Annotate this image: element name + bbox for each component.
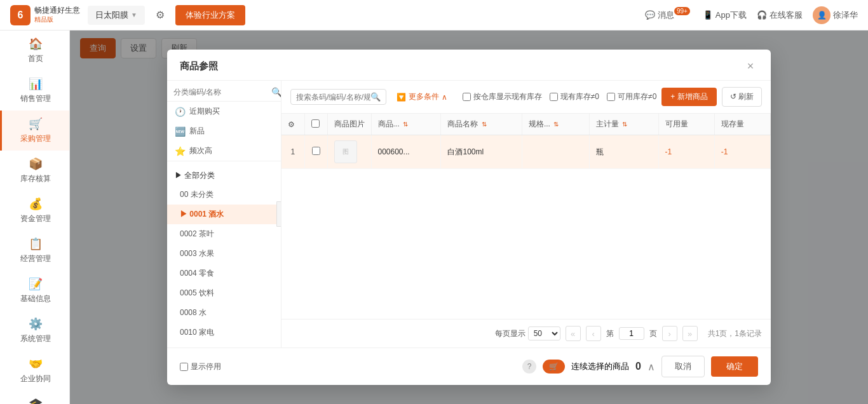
next-page-button[interactable]: ›	[662, 326, 677, 341]
th-name[interactable]: 商品名称 ⇅	[441, 114, 522, 135]
modal-close-button[interactable]: ×	[743, 58, 758, 74]
table-row[interactable]: 1 图	[281, 135, 771, 169]
app-download-item[interactable]: 📱 App下载	[703, 10, 747, 21]
frequent-item[interactable]: ⭐ 频次高	[167, 141, 281, 161]
current-stock-check-input[interactable]	[550, 93, 558, 101]
page-size-select: 每页显示 50 10 20 100	[495, 327, 560, 340]
fold-icon[interactable]: ∧	[648, 361, 655, 373]
unit-sort-icon: ⇅	[622, 121, 627, 128]
page-suffix: 页	[649, 328, 657, 339]
all-categories-item[interactable]: ▶ 全部分类	[167, 166, 281, 185]
refresh-button[interactable]: ↺ 刷新	[722, 87, 762, 107]
user-avatar-area[interactable]: 👤 徐泽华	[813, 6, 858, 24]
category-item-0002[interactable]: 0002 茶叶	[167, 224, 281, 244]
product-search-input[interactable]	[296, 93, 370, 102]
sidebar-label-enterprise: 企业协同	[20, 374, 51, 384]
category-label-00: 00 未分类	[180, 190, 214, 199]
help-icon[interactable]: ?	[522, 360, 536, 374]
category-item-00[interactable]: 00 未分类	[167, 185, 281, 205]
row-spec	[522, 135, 589, 169]
show-disabled-checkbox[interactable]: 显示停用	[180, 361, 221, 372]
sidebar-item-home[interactable]: 🏠 首页	[0, 30, 69, 71]
message-nav-item[interactable]: 💬 消息 99+	[645, 10, 693, 21]
page-size-dropdown[interactable]: 50 10 20 100	[528, 327, 560, 340]
th-unit[interactable]: 主计量 ⇅	[589, 114, 658, 135]
sidebar-item-finance[interactable]: 💰 资金管理	[0, 191, 69, 231]
category-label-0004: 0004 零食	[180, 269, 214, 278]
available-stock-check-input[interactable]	[607, 93, 615, 101]
sidebar-item-basics[interactable]: 📝 基础信息	[0, 271, 69, 311]
sidebar-item-enterprise[interactable]: 🤝 企业协同	[0, 351, 69, 391]
sidebar-item-operations[interactable]: 📋 经营管理	[0, 231, 69, 271]
filter-icon: 🔽	[397, 93, 406, 102]
th-spec[interactable]: 规格... ⇅	[522, 114, 589, 135]
th-settings[interactable]: ⚙	[281, 114, 304, 135]
row-select-checkbox[interactable]	[312, 147, 320, 155]
code-sort-icon: ⇅	[403, 121, 408, 128]
help-icon-area[interactable]: ?	[522, 360, 536, 374]
category-item-0008[interactable]: 0008 水	[167, 303, 281, 323]
sidebar-label-inventory: 库存核算	[20, 173, 51, 184]
settings-icon[interactable]: ⚙	[150, 5, 170, 25]
category-item-0004[interactable]: 0004 零食	[167, 264, 281, 283]
current-stock-checkbox[interactable]: 现有库存≠0	[550, 91, 599, 102]
sidebar-item-system[interactable]: ⚙️ 系统管理	[0, 311, 69, 351]
confirm-button[interactable]: 确定	[711, 356, 758, 377]
collapse-panel-button[interactable]: 《	[276, 201, 281, 227]
basics-icon: 📝	[29, 277, 43, 291]
show-disabled-check-input[interactable]	[180, 363, 188, 371]
recent-items: 🕐 近期购买 🆕 新品 ⭐ 频次高	[167, 102, 281, 161]
logo-text-area: 畅捷通好生意 精品版	[34, 6, 80, 25]
prev-page-button[interactable]: ‹	[586, 326, 601, 341]
last-page-button[interactable]: »	[682, 326, 698, 341]
image-placeholder: 图	[342, 147, 349, 156]
add-product-button[interactable]: + 新增商品	[661, 88, 716, 106]
show-stock-label: 按仓库显示现有库存	[473, 91, 542, 102]
th-image: 商品图片	[327, 114, 371, 135]
show-stock-check-input[interactable]	[463, 93, 471, 101]
sidebar-label-purchase: 采购管理	[20, 133, 51, 144]
product-table-area: ⚙ 商品图片 商品...	[281, 114, 771, 319]
new-product-item[interactable]: 🆕 新品	[167, 121, 281, 141]
show-stock-checkbox[interactable]: 按仓库显示现有库存	[463, 91, 542, 102]
pagination-bar: 每页显示 50 10 20 100 « ‹ 第	[281, 319, 771, 347]
sidebar-item-inventory[interactable]: 📦 库存核算	[0, 151, 69, 191]
category-search-icon[interactable]: 🔍	[271, 87, 281, 97]
sidebar-item-guide[interactable]: 🎓 新手引导	[0, 391, 69, 404]
all-categories-label: ▶ 全部分类	[175, 170, 215, 181]
page-number-input[interactable]	[619, 327, 644, 340]
cart-count-badge: 0	[635, 361, 641, 372]
row-checkbox[interactable]	[304, 135, 327, 169]
store-dropdown[interactable]: 日太阳膜 ▼	[88, 6, 145, 25]
recent-purchase-label: 近期购买	[189, 106, 220, 117]
category-search-input[interactable]	[173, 88, 269, 97]
available-stock-checkbox[interactable]: 可用库存≠0	[607, 91, 656, 102]
trial-button[interactable]: 体验行业方案	[175, 5, 245, 25]
category-item-0010[interactable]: 0010 家电	[167, 323, 281, 342]
select-all-checkbox[interactable]	[311, 119, 320, 128]
online-service-item[interactable]: 🎧 在线客服	[757, 10, 803, 21]
sidebar-item-sales[interactable]: 📊 销售管理	[0, 71, 69, 111]
filter-checkboxes: 按仓库显示现有库存 现有库存≠0 可用库存≠0	[463, 91, 657, 102]
category-item-0005[interactable]: 0005 饮料	[167, 283, 281, 303]
more-conditions-label: 更多条件	[409, 91, 439, 102]
cart-icon-area[interactable]: 🛒	[543, 360, 565, 374]
sidebar-label-home: 首页	[28, 53, 43, 64]
cancel-button[interactable]: 取消	[661, 356, 705, 377]
purchase-icon: 🛒	[29, 117, 43, 131]
first-page-button[interactable]: «	[566, 326, 581, 341]
category-item-0003[interactable]: 0003 水果	[167, 244, 281, 264]
sidebar-item-purchase[interactable]: 🛒 采购管理	[0, 111, 69, 151]
th-code[interactable]: 商品... ⇅	[371, 114, 441, 135]
sidebar-label-finance: 资金管理	[20, 213, 51, 224]
logo-icon: 6	[10, 5, 31, 25]
more-conditions-button[interactable]: 🔽 更多条件 ∧	[391, 89, 452, 105]
guide-icon: 🎓	[29, 397, 43, 404]
category-item-0001[interactable]: ▶ 0001 酒水	[167, 205, 281, 224]
category-label-0005: 0005 饮料	[180, 288, 214, 297]
total-info: 共1页，1条记录	[708, 328, 762, 339]
top-navigation: 6 畅捷通好生意 精品版 日太阳膜 ▼ ⚙ 体验行业方案 💬 消息 99+ 📱 …	[0, 0, 868, 30]
product-search-icon[interactable]: 🔍	[370, 92, 381, 102]
recent-purchase-item[interactable]: 🕐 近期购买	[167, 102, 281, 121]
row-code: 000600...	[371, 135, 441, 169]
